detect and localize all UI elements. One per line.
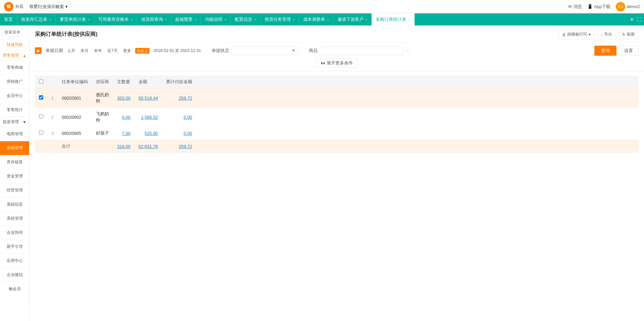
row-amount[interactable]: 525.80 <box>135 127 162 140</box>
message-label: 消息 <box>573 4 582 10</box>
expand-arrow[interactable]: ▶ <box>35 47 42 54</box>
message-action[interactable]: ✉ 消息 <box>568 4 582 10</box>
close-icon[interactable]: × <box>49 18 51 21</box>
message-icon: ✉ <box>568 4 572 9</box>
shortcut-this-month[interactable]: 本月 <box>78 47 91 54</box>
app-download-action[interactable]: 📱 App下载 <box>587 4 610 10</box>
select-all-checkbox[interactable] <box>39 79 43 84</box>
sidebar-item-member-center[interactable]: 会员中心 <box>0 89 29 103</box>
tab-pick-task[interactable]: 拣货任务管理 × <box>261 13 299 25</box>
status-select[interactable] <box>231 47 298 55</box>
row-paid[interactable]: 259.72 <box>162 89 196 108</box>
row-qty[interactable]: 6.00 <box>113 108 135 127</box>
sidebar-quick-nav[interactable]: 快捷导航 <box>0 39 29 51</box>
row-checkbox-cell <box>35 127 47 140</box>
close-icon[interactable]: × <box>366 18 368 21</box>
settings-button[interactable]: 设置 <box>619 46 639 56</box>
row-checkbox[interactable] <box>39 95 43 100</box>
sidebar-item-inventory-check[interactable]: 库存核算 <box>0 155 29 169</box>
logo-text: 标题 <box>15 4 23 9</box>
row-qty[interactable]: 7.00 <box>113 127 135 140</box>
shortcut-last-month[interactable]: 上月 <box>65 47 77 54</box>
sidebar-item-operations[interactable]: 经营管理 <box>0 183 29 198</box>
sidebar-item-retail-manage[interactable]: 零售管理 ▲ <box>0 51 29 61</box>
tab-purchase-summary[interactable]: 采购订单统计表 × <box>372 13 415 25</box>
sidebar-item-finance[interactable]: 资金管理 <box>0 169 29 183</box>
sidebar-item-label: 营销推广 <box>7 79 23 85</box>
template-print-button[interactable]: 🖨 按模板打印 ▾ <box>558 30 594 39</box>
tab-cost-adjust[interactable]: 成本调整单 × <box>299 13 333 25</box>
nav-tabs: 首页 收发存汇总表 × 要货单统计表 × 可用量库存账本 × 保质期查询 × 超… <box>0 13 644 25</box>
tab-inventory-book-label: 可用量库存账本 <box>98 16 129 22</box>
tab-overstock-warning[interactable]: 超储预警 × <box>171 13 201 25</box>
expand-more-button[interactable]: ▾▾ 展开更多条件 <box>316 58 357 68</box>
close-icon[interactable]: × <box>408 18 410 21</box>
close-icon[interactable]: × <box>224 18 226 21</box>
row-qty[interactable]: 303.00 <box>113 89 135 108</box>
sidebar-item-system-manage[interactable]: 系统管理 <box>0 212 29 226</box>
sidebar-item-vip-member[interactable]: 畅会员 <box>0 282 29 296</box>
th-supplier: 供应商 <box>92 75 113 89</box>
close-icon[interactable]: × <box>165 18 167 21</box>
row-paid[interactable]: 0.00 <box>162 127 196 140</box>
row-checkbox[interactable] <box>39 114 43 119</box>
close-icon[interactable]: × <box>131 18 133 21</box>
tab-expiry-query[interactable]: 保质期查询 × <box>137 13 171 25</box>
maximize-icon[interactable]: ⛶ <box>637 17 641 22</box>
table-body: 1 00020001 惠氏奶粉 303.00 60,519.44 259.72 … <box>35 89 639 140</box>
user-action[interactable]: Ea demo2 <box>616 2 640 11</box>
close-icon[interactable]: × <box>293 18 295 21</box>
sidebar-item-app-center[interactable]: 应用中心 <box>0 254 29 268</box>
shortcut-this-year[interactable]: 本年 <box>92 47 104 54</box>
sidebar-item-basic-info[interactable]: 基础信息 <box>0 198 29 212</box>
sidebar-item-retail-mall[interactable]: 零售商城 <box>0 61 29 75</box>
shortcut-7days[interactable]: 近7天 <box>105 47 120 54</box>
row-checkbox[interactable] <box>39 130 43 135</box>
th-supplier-code: 往来单位编码 <box>58 75 92 89</box>
tab-function-desc[interactable]: 功能说明 × <box>201 13 231 25</box>
tab-pick-task-label: 拣货任务管理 <box>265 16 291 22</box>
tab-income-summary[interactable]: 收发存汇总表 × <box>17 13 56 25</box>
sidebar-item-retail-stats[interactable]: 零售统计 <box>0 103 29 117</box>
sidebar-item-enterprise-collab[interactable]: 企业协同 <box>0 226 29 240</box>
tfoot-qty: 316.00 <box>113 140 135 153</box>
date-range-display: 2016-01-01 至 2023-12-31 <box>154 48 201 54</box>
sidebar-item-enterprise-wechat[interactable]: 企业微信 <box>0 268 29 282</box>
sidebar-item-marketing[interactable]: 营销推广 <box>0 75 29 89</box>
date-range-value: 2016-01-01 至 2023-12-31 <box>154 48 201 54</box>
row-amount[interactable]: 60,519.44 <box>135 89 162 108</box>
goods-input[interactable] <box>320 47 404 55</box>
close-all-icon[interactable]: ✕ <box>630 17 634 22</box>
export-button[interactable]: ↓ 导出 <box>597 30 616 39</box>
row-amount[interactable]: 1,586.52 <box>135 108 162 127</box>
top-bar-right: ✉ 消息 📱 App下载 Ea demo2 <box>568 2 640 11</box>
tab-goods-summary-label: 要货单统计表 <box>60 16 86 22</box>
date-filter-group: 单据日期 上月 本月 本年 近7天 更多 自定义 <box>46 47 150 54</box>
tab-invite-downstream[interactable]: 邀请下游客户 × <box>333 13 372 25</box>
search-input[interactable] <box>2 28 27 36</box>
query-button[interactable]: 查询 <box>594 46 616 56</box>
workspace-selector[interactable]: 母婴行业演示账套 ▾ <box>26 2 71 11</box>
row-checkbox-cell <box>35 89 47 108</box>
close-icon[interactable]: × <box>327 18 329 21</box>
refresh-button[interactable]: ↻ 刷新 <box>619 30 639 39</box>
sidebar-item-wholesale-manage[interactable]: 批发管理 ▼ <box>0 117 29 127</box>
tab-config-info[interactable]: 配置信息 × <box>231 13 261 25</box>
tab-invite-downstream-label: 邀请下游客户 <box>337 16 364 22</box>
logo-icon: 畅 <box>4 2 13 11</box>
tab-goods-summary[interactable]: 要货单统计表 × <box>56 13 94 25</box>
row-supplier: 惠氏奶粉 <box>92 89 113 108</box>
sidebar-item-new-guide[interactable]: 新手引导 <box>0 240 29 254</box>
shortcut-more[interactable]: 更多 <box>121 47 133 54</box>
tab-inventory-book[interactable]: 可用量库存账本 × <box>94 13 137 25</box>
nav-tabs-end: ✕ ⛶ <box>630 17 644 22</box>
close-icon[interactable]: × <box>195 18 197 21</box>
sidebar-item-purchase-manage[interactable]: 采购管理 <box>0 141 29 155</box>
tfoot-empty <box>35 140 58 153</box>
sidebar-item-ecommerce[interactable]: 电商管理 <box>0 127 29 141</box>
row-paid[interactable]: 0.00 <box>162 108 196 127</box>
tab-home[interactable]: 首页 <box>0 13 17 25</box>
goods-more-icon[interactable]: ··· <box>406 48 410 53</box>
close-icon[interactable]: × <box>88 18 90 21</box>
close-icon[interactable]: × <box>254 18 256 21</box>
